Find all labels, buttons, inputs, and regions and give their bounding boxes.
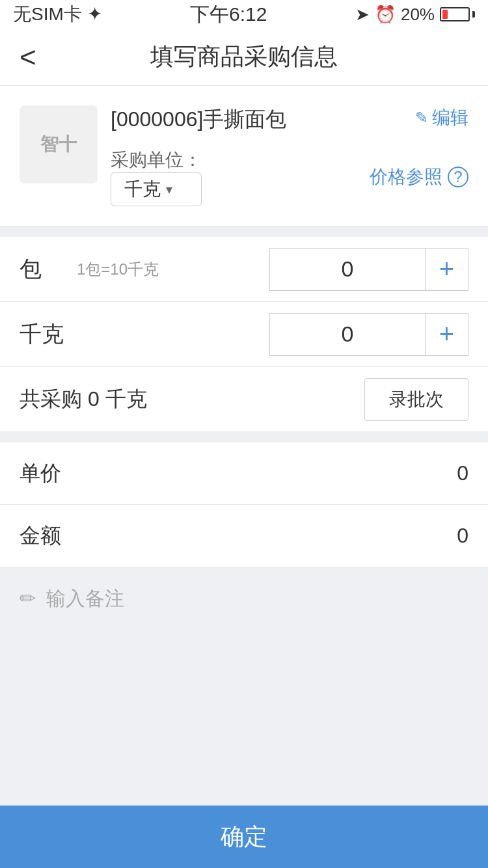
summary-row: 共采购 0 千克 录批次 — [0, 367, 488, 432]
remark-input[interactable]: 输入备注 — [46, 586, 124, 612]
sim-status: 无SIM卡 ✦ — [13, 2, 102, 27]
kg-input-row: 千克 0 + — [0, 302, 488, 367]
confirm-button[interactable]: 确定 — [0, 806, 488, 868]
edit-button[interactable]: ✎ 编辑 — [415, 105, 468, 130]
location-icon: ➤ — [355, 5, 370, 25]
unit-price-row: 单价 0 — [0, 442, 488, 505]
product-card: 智十 [0000006]手撕面包 ✎ 编辑 采购单位： 千克 ▾ 价格参照 ? — [0, 86, 488, 226]
section-divider-2 — [0, 432, 488, 442]
price-ref-question-icon: ? — [448, 167, 468, 187]
price-ref-button[interactable]: 价格参照 ? — [370, 165, 468, 189]
status-left: 无SIM卡 ✦ — [13, 2, 102, 27]
status-bar: 无SIM卡 ✦ 下午6:12 ➤ ⏰ 20% — [0, 0, 488, 29]
unit-label-text: 采购单位： — [111, 150, 202, 170]
amount-label: 金额 — [20, 522, 61, 550]
product-info: [0000006]手撕面包 ✎ 编辑 采购单位： 千克 ▾ 价格参照 ? — [111, 105, 468, 206]
bao-plus-button[interactable]: + — [426, 248, 468, 291]
chevron-down-icon: ▾ — [166, 182, 172, 197]
batch-button[interactable]: 录批次 — [364, 378, 468, 421]
nav-bar: < 填写商品采购信息 — [0, 29, 488, 86]
remark-section[interactable]: ✏ 输入备注 — [0, 567, 488, 632]
amount-row: 金额 0 — [0, 505, 488, 567]
product-image: 智十 — [20, 105, 98, 183]
price-section: 单价 0 金额 0 — [0, 442, 488, 567]
product-header: [0000006]手撕面包 ✎ 编辑 — [111, 105, 468, 134]
amount-value: 0 — [457, 524, 468, 548]
unit-select[interactable]: 千克 ▾ — [111, 172, 202, 206]
kg-plus-button[interactable]: + — [426, 313, 468, 356]
edit-icon: ✎ — [415, 109, 428, 127]
page-title: 填写商品采购信息 — [150, 41, 338, 73]
kg-label: 千克 — [20, 319, 72, 349]
back-button[interactable]: < — [20, 41, 36, 74]
status-time: 下午6:12 — [190, 1, 267, 28]
unit-price-label: 单价 — [20, 459, 61, 488]
alarm-icon: ⏰ — [375, 5, 396, 25]
pencil-icon: ✏ — [20, 587, 36, 610]
unit-price-value: 0 — [457, 461, 468, 485]
kg-input-field[interactable]: 0 — [269, 313, 426, 356]
unit-label-row: 采购单位： 千克 ▾ — [111, 147, 202, 206]
bao-input-field[interactable]: 0 — [269, 248, 426, 291]
battery-percent: 20% — [401, 5, 435, 25]
bao-sub-label: 1包=10千克 — [77, 259, 159, 280]
bao-label: 包 — [20, 254, 72, 284]
product-unit-row: 采购单位： 千克 ▾ 价格参照 ? — [111, 147, 468, 206]
status-right: ➤ ⏰ 20% — [355, 5, 475, 25]
summary-text: 共采购 0 千克 — [20, 385, 147, 414]
battery-icon — [440, 7, 475, 21]
product-name: [0000006]手撕面包 — [111, 105, 286, 134]
bao-input-row: 包 1包=10千克 0 + — [0, 237, 488, 302]
content-area — [0, 632, 488, 828]
product-logo: 智十 — [40, 132, 77, 157]
input-section: 包 1包=10千克 0 + 千克 0 + 共采购 0 千克 录批次 — [0, 237, 488, 432]
section-divider-1 — [0, 226, 488, 237]
